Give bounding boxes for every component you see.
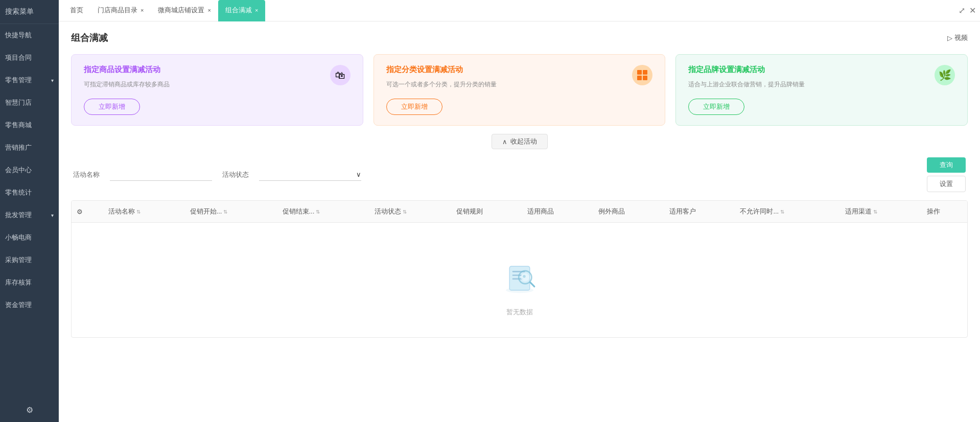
sidebar-item-会员中心[interactable]: 会员中心	[0, 159, 59, 181]
sidebar-item-采购管理[interactable]: 采购管理	[0, 249, 59, 271]
sidebar-item-零售管理[interactable]: 零售管理▾	[0, 69, 59, 91]
table-wrap: ⚙活动名称⇅促销开始...⇅促销结束...⇅活动状态⇅促销规则适用商品例外商品适…	[71, 200, 968, 338]
sidebar-item-label: 会员中心	[5, 166, 32, 175]
th-label-settings: ⚙	[77, 208, 83, 216]
th-label-goods: 适用商品	[527, 207, 554, 216]
tab-微商城店铺设置[interactable]: 微商城店铺设置 ×	[151, 0, 218, 21]
tab-组合满减[interactable]: 组合满减 ×	[218, 0, 265, 21]
sidebar-item-label: 快捷导航	[5, 31, 32, 40]
filter-row: 活动名称 活动状态 ∨ 查询 设置	[71, 157, 968, 192]
sort-icon: ⇅	[136, 209, 141, 215]
sidebar-item-label: 零售商城	[5, 121, 32, 130]
sidebar-item-营销推广[interactable]: 营销推广	[0, 136, 59, 159]
sidebar-item-批发管理[interactable]: 批发管理▾	[0, 204, 59, 226]
restore-window-btn[interactable]: ⤢	[959, 6, 965, 15]
card-icon-1	[632, 65, 652, 89]
th-noallow[interactable]: 不允许同时...⇅	[735, 201, 840, 223]
svg-rect-4	[643, 70, 647, 75]
th-settings: ⚙	[72, 201, 103, 223]
close-window-btn[interactable]: ✕	[969, 6, 976, 15]
th-label-end: 促销结束...	[283, 207, 315, 216]
collapse-btn[interactable]: ∧ 收起活动	[492, 134, 548, 149]
sidebar-item-零售商城[interactable]: 零售商城	[0, 114, 59, 136]
sidebar-item-资金管理[interactable]: 资金管理	[0, 294, 59, 316]
tab-首页[interactable]: 首页	[63, 0, 90, 21]
sidebar-item-快捷导航[interactable]: 快捷导航	[0, 24, 59, 46]
card-title-0: 指定商品设置满减活动	[84, 65, 351, 75]
svg-point-2	[632, 65, 652, 85]
th-label-customer: 适用客户	[669, 207, 696, 216]
th-label-name: 活动名称	[108, 207, 135, 216]
chevron-up-icon: ∧	[502, 138, 507, 146]
th-status[interactable]: 活动状态⇅	[369, 201, 451, 223]
main-area: 首页门店商品目录 ×微商城店铺设置 ×组合满减 × ⤢ ✕ 组合满减 ▷ 视频 …	[59, 0, 980, 422]
card-0: 🛍指定商品设置满减活动可指定滞销商品或库存较多商品立即新增	[71, 54, 363, 126]
tab-bar: 首页门店商品目录 ×微商城店铺设置 ×组合满减 × ⤢ ✕	[59, 0, 980, 21]
svg-rect-12	[512, 274, 521, 276]
video-label: 视频	[954, 33, 968, 42]
card-desc-2: 适合与上游企业联合做营销，提升品牌销量	[688, 80, 955, 89]
th-goods: 适用商品	[522, 201, 593, 223]
card-2: 🌿指定品牌设置满减活动适合与上游企业联合做营销，提升品牌销量立即新增	[675, 54, 968, 126]
close-icon[interactable]: ×	[141, 7, 144, 13]
svg-rect-3	[637, 70, 642, 75]
sidebar-item-label: 营销推广	[5, 143, 32, 152]
card-add-btn-0[interactable]: 立即新增	[84, 99, 140, 115]
sidebar-item-label: 智慧门店	[5, 98, 32, 107]
th-action: 操作	[922, 201, 967, 223]
sidebar-item-零售统计[interactable]: 零售统计	[0, 181, 59, 204]
sidebar-search[interactable]: 搜索菜单	[0, 0, 59, 24]
activity-status-label: 活动状态	[222, 170, 249, 179]
gear-icon: ⚙	[26, 406, 33, 414]
card-title-1: 指定分类设置满减活动	[386, 65, 653, 75]
card-add-btn-2[interactable]: 立即新增	[688, 99, 744, 115]
search-label: 搜索菜单	[5, 7, 34, 15]
tab-label: 组合满减	[225, 6, 252, 15]
th-name[interactable]: 活动名称⇅	[103, 201, 185, 223]
th-label-start: 促销开始...	[190, 207, 222, 216]
settings-btn[interactable]: 设置	[927, 176, 966, 192]
th-label-channel: 适用渠道	[845, 207, 872, 216]
sidebar-item-小畅电商[interactable]: 小畅电商	[0, 226, 59, 249]
card-title-2: 指定品牌设置满减活动	[688, 65, 955, 75]
sort-icon: ⇅	[316, 209, 320, 215]
play-icon: ▷	[947, 34, 952, 42]
query-btn[interactable]: 查询	[927, 157, 966, 173]
svg-line-16	[530, 283, 534, 287]
sidebar-item-label: 采购管理	[5, 255, 32, 265]
th-rule: 促销规则	[451, 201, 522, 223]
collapse-row: ∧ 收起活动	[71, 134, 968, 149]
close-icon[interactable]: ×	[255, 7, 258, 13]
svg-rect-6	[643, 76, 647, 80]
th-channel[interactable]: 适用渠道⇅	[840, 201, 922, 223]
activity-status-select[interactable]: ∨	[259, 169, 361, 181]
card-icon-2: 🌿	[935, 65, 955, 89]
sidebar-settings-btn[interactable]: ⚙	[0, 398, 59, 422]
tab-门店商品目录[interactable]: 门店商品目录 ×	[90, 0, 151, 21]
content-area: 组合满减 ▷ 视频 🛍指定商品设置满减活动可指定滞销商品或库存较多商品立即新增指…	[59, 21, 980, 422]
sort-icon: ⇅	[873, 209, 877, 215]
svg-text:🌿: 🌿	[939, 69, 951, 81]
sidebar-item-智慧门店[interactable]: 智慧门店	[0, 91, 59, 114]
card-icon-0: 🛍	[330, 65, 351, 89]
card-add-btn-1[interactable]: 立即新增	[386, 99, 442, 115]
sort-icon: ⇅	[403, 209, 407, 215]
page-title: 组合满减	[71, 32, 108, 44]
activity-name-input[interactable]	[110, 169, 212, 181]
svg-point-17	[523, 275, 525, 277]
empty-icon	[497, 253, 543, 299]
svg-rect-5	[637, 76, 642, 80]
video-link[interactable]: ▷ 视频	[947, 33, 968, 42]
sidebar-item-label: 零售统计	[5, 188, 32, 197]
sidebar-item-项目合同[interactable]: 项目合同	[0, 46, 59, 69]
tab-label: 微商城店铺设置	[158, 6, 204, 15]
card-1: 指定分类设置满减活动可选一个或者多个分类，提升分类的销量立即新增	[374, 54, 666, 126]
sidebar-item-label: 批发管理	[5, 210, 32, 220]
th-end[interactable]: 促销结束...⇅	[277, 201, 370, 223]
th-exception: 例外商品	[593, 201, 664, 223]
th-start[interactable]: 促销开始...⇅	[185, 201, 277, 223]
close-icon[interactable]: ×	[207, 7, 211, 13]
sidebar-item-label: 零售管理	[5, 76, 32, 85]
tab-actions: ⤢ ✕	[959, 6, 976, 15]
sidebar-item-库存核算[interactable]: 库存核算	[0, 271, 59, 294]
